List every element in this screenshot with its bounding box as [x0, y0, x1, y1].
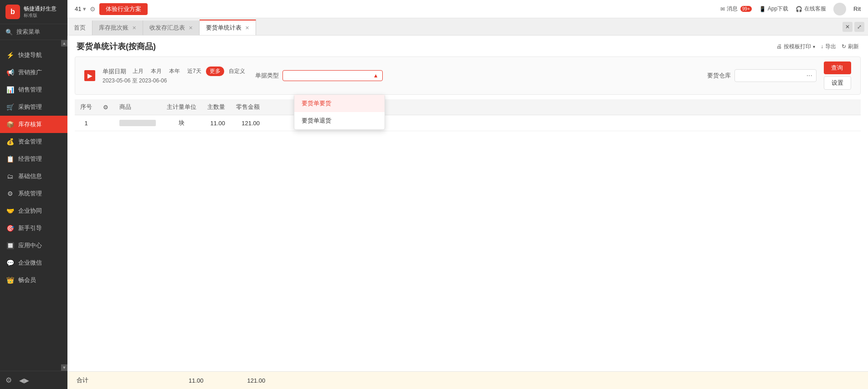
date-btn-7days[interactable]: 近7天	[185, 67, 204, 76]
print-label: 按模板打印	[784, 43, 811, 51]
filter-type-select[interactable]: ▲	[282, 70, 383, 81]
filter-type-group: 单据类型 ▲	[255, 70, 700, 81]
sidebar-scroll-up[interactable]: ▲	[61, 40, 67, 46]
sidebar-item-label: 快捷导航	[18, 51, 42, 59]
logo-name: 畅捷通好生意	[24, 5, 56, 13]
cell-qty: 11.00	[202, 115, 231, 131]
sidebar-item-system[interactable]: ⚙ 系统管理	[0, 185, 67, 202]
trial-btn[interactable]: 体验行业方案	[99, 3, 148, 15]
topbar-left: 41 ▾ ⚙ 体验行业方案	[75, 3, 715, 15]
app-center-icon: 🔲	[5, 242, 15, 249]
tab-expand-btn[interactable]: ⤢	[854, 22, 864, 32]
sidebar-item-sales[interactable]: 📊 销售管理	[0, 81, 67, 98]
search-menu[interactable]: 🔍 搜索菜单	[0, 24, 67, 40]
tab-receive-summary[interactable]: 收发存汇总表 ✕	[143, 20, 200, 35]
sidebar-item-guide[interactable]: 🎯 新手引导	[0, 220, 67, 237]
filter-bar: ▶ 单据日期 上月 本月 本年 近7天 更多 自定义 2023-05-06 至 …	[75, 56, 861, 95]
filter-date-group: 单据日期 上月 本月 本年 近7天 更多 自定义 2023-05-06 至 20…	[103, 67, 248, 85]
date-btn-this-month[interactable]: 本月	[148, 67, 164, 76]
sidebar-item-label: 库存核算	[18, 120, 42, 128]
warehouse-more-icon[interactable]: ···	[806, 72, 812, 80]
table-area: 序号 ⚙ 商品 主计量单位 主数量 零售金额 1	[67, 99, 868, 371]
date-label: 单据日期	[103, 67, 126, 76]
cell-seq: 1	[75, 115, 98, 131]
filter-expand-btn[interactable]: ▶	[84, 70, 95, 81]
col-header-qty: 主数量	[202, 99, 231, 115]
tab-home[interactable]: 首页	[67, 20, 92, 35]
sidebar-item-quick-nav[interactable]: ⚡ 快捷导航	[0, 46, 67, 64]
tabbar-actions: ✕ ⤢	[839, 18, 868, 35]
tab-inventory-batch-label: 库存批次账	[99, 24, 128, 32]
sidebar-item-label: 经营管理	[18, 155, 42, 163]
sidebar-item-corp-wx[interactable]: 💬 企业微信	[0, 254, 67, 271]
topbar-store[interactable]: 41 ▾	[75, 5, 86, 12]
set-button[interactable]: 设置	[824, 76, 851, 90]
search-icon: 🔍	[5, 29, 13, 36]
table-footer: 合计 11.00 121.00	[67, 371, 868, 389]
topbar-gear-btn[interactable]: ⚙	[90, 5, 96, 13]
col-header-settings[interactable]: ⚙	[98, 99, 114, 115]
user-avatar[interactable]	[833, 3, 846, 15]
cell-amount: 121.00	[231, 115, 265, 131]
sidebar-item-inventory[interactable]: 📦 库存核算	[0, 116, 67, 133]
tab-close-all-btn[interactable]: ✕	[842, 22, 853, 32]
topbar: 41 ▾ ⚙ 体验行业方案 ✉ 消息 99+ 📱 App下载 🎧 在线客服 Ri…	[67, 0, 868, 18]
sidebar-item-marketing[interactable]: 📢 营销推广	[0, 64, 67, 81]
table-settings-icon[interactable]: ⚙	[103, 104, 108, 111]
col-header-amount: 零售金额	[231, 99, 265, 115]
app-icon: 📱	[759, 6, 766, 12]
print-icon: 🖨	[776, 43, 782, 50]
tab-receive-summary-close[interactable]: ✕	[189, 25, 193, 31]
page-content: 要货单统计表(按商品) 🖨 按模板打印 ▾ ↓ 导出 ↻ 刷新 ▶	[67, 36, 868, 389]
base-icon: 🗂	[5, 173, 15, 180]
sidebar-item-app-center[interactable]: 🔲 应用中心	[0, 237, 67, 254]
sidebar-item-label: 营销推广	[18, 68, 42, 77]
dropdown-item-order-goods[interactable]: 要货单要货	[294, 95, 385, 112]
tab-inventory-batch-close[interactable]: ✕	[132, 25, 136, 31]
sidebar-collapse-btn[interactable]: ◀▶	[19, 377, 29, 384]
sidebar-item-label: 企业微信	[18, 259, 42, 267]
filter-warehouse-group: 要货仓库 ···	[707, 69, 817, 82]
sidebar-settings-btn[interactable]: ⚙	[5, 376, 12, 384]
print-btn[interactable]: 🖨 按模板打印 ▾	[776, 43, 815, 51]
export-icon: ↓	[821, 43, 823, 50]
cell-unit: 块	[161, 115, 202, 131]
date-btn-last-month[interactable]: 上月	[130, 67, 146, 76]
topbar-service-btn[interactable]: 🎧 在线客服	[796, 5, 826, 13]
tab-order-summary[interactable]: 要货单统计表 ✕	[200, 20, 256, 35]
filter-date-label-row: 单据日期 上月 本月 本年 近7天 更多 自定义	[103, 67, 248, 76]
date-btn-custom[interactable]: 自定义	[226, 67, 248, 76]
sidebar-item-label: 新手引导	[18, 224, 42, 232]
page-title: 要货单统计表(按商品)	[77, 41, 156, 52]
inventory-icon: 📦	[5, 121, 15, 128]
topbar-right: ✉ 消息 99+ 📱 App下载 🎧 在线客服 Rit	[720, 3, 861, 15]
operations-icon: 📋	[5, 155, 15, 163]
topbar-message-btn[interactable]: ✉ 消息 99+	[720, 5, 752, 13]
sidebar-item-operations[interactable]: 📋 经营管理	[0, 150, 67, 168]
topbar-app-btn[interactable]: 📱 App下载	[759, 5, 788, 13]
sidebar-bottom: ⚙ ◀▶	[0, 371, 67, 389]
sidebar-item-finance[interactable]: 💰 资金管理	[0, 133, 67, 150]
sidebar-scroll-down[interactable]: ▼	[61, 364, 67, 371]
date-btn-this-year[interactable]: 本年	[166, 67, 183, 76]
sidebar-item-enterprise[interactable]: 🤝 企业协同	[0, 202, 67, 220]
query-button[interactable]: 查询	[824, 61, 851, 74]
sidebar-item-members[interactable]: 👑 畅会员	[0, 271, 67, 289]
product-name-blurred	[119, 120, 156, 126]
sidebar-item-base[interactable]: 🗂 基础信息	[0, 168, 67, 185]
logo-icon: b	[5, 5, 20, 19]
members-icon: 👑	[5, 276, 15, 284]
page-actions: 🖨 按模板打印 ▾ ↓ 导出 ↻ 刷新	[776, 43, 859, 51]
refresh-btn[interactable]: ↻ 刷新	[842, 43, 859, 51]
tabbar: 首页 库存批次账 ✕ 收发存汇总表 ✕ 要货单统计表 ✕ ✕ ⤢	[67, 18, 868, 36]
dropdown-item-order-return[interactable]: 要货单退货	[294, 112, 385, 129]
tab-receive-summary-label: 收发存汇总表	[149, 24, 185, 32]
col-header-seq: 序号	[75, 99, 98, 115]
tab-inventory-batch[interactable]: 库存批次账 ✕	[92, 20, 143, 35]
export-btn[interactable]: ↓ 导出	[821, 43, 836, 51]
col-header-product: 商品	[114, 99, 161, 115]
sidebar-item-label: 采购管理	[18, 103, 42, 111]
date-btn-more[interactable]: 更多	[206, 67, 224, 76]
tab-order-summary-close[interactable]: ✕	[245, 25, 249, 31]
sidebar-item-purchase[interactable]: 🛒 采购管理	[0, 98, 67, 116]
